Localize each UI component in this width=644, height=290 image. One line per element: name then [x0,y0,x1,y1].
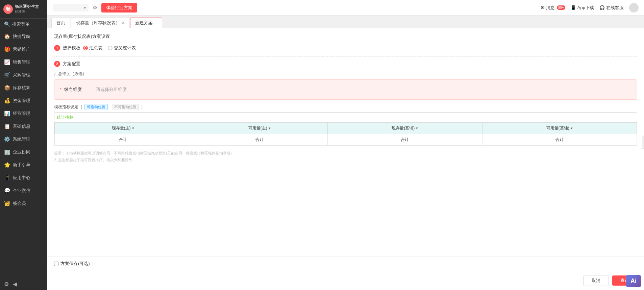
message-icon: ✉ [541,5,545,10]
sidebar-item-enterprise[interactable]: 🏢 企业协同 [0,146,47,159]
tab-inventory-status[interactable]: 现存量（库存状况表） × [71,18,129,28]
ops-icon: 📊 [4,111,10,117]
stats-label: 统计指标 [54,113,637,122]
topbar-right: ✉ 消息 99+ 📱 App下载 🎧 在线客服 [541,3,639,13]
resize-handle[interactable] [642,136,644,149]
sidebar-item-finance[interactable]: 💰 资金管理 [0,94,47,107]
sidebar-item-label: 采购管理 [13,72,30,78]
collapse-icon[interactable]: ◀ [13,281,17,287]
radio-cross[interactable]: 交叉统计表 [108,45,136,51]
home-icon: 🏠 [4,33,10,40]
enterprise-icon: 🏢 [4,149,10,155]
tip-text-0: 1.拖动标题栏可以调整布局，不可跨维度或指标区域拖动栏目(只能在同一维度或指标区… [66,151,232,155]
sidebar-item-member[interactable]: 👑 畅会员 [0,197,47,210]
col-header-0[interactable]: 现存量(主) ▾ [55,123,191,134]
sidebar-item-purchase[interactable]: 🛒 采购管理 [0,69,47,81]
tab-inventory-close[interactable]: × [122,21,124,25]
cancel-button[interactable]: 取消 [583,275,609,286]
messages-badge: 99+ [557,5,565,10]
money-icon: 💰 [4,98,10,104]
radio-summary-circle [83,46,88,50]
topbar-search-input[interactable] [55,5,82,10]
non-draggable-badge: 不可拖动位置 [112,104,139,110]
tip-text-1: 2. 点击标题栏下拉可设置排序、插入列和删除列 [54,158,132,162]
sidebar-bottom: ⚙ ◀ [0,278,47,290]
search-label: 搜索菜单 [12,21,30,27]
dimension-area[interactable]: * 纵向维度 —— 请选择分组维度 [54,79,637,100]
col-header-2-label: 现存量(基辅) [392,125,415,131]
sidebar-item-quick-nav[interactable]: 🏠 快捷导航 [0,30,47,43]
logo-icon: 畅 [3,4,13,14]
radio-summary[interactable]: 汇总表 [83,45,102,51]
col-header-2[interactable]: 现存量(基辅) ▾ [328,123,482,134]
indicator-config-suffix: ） [141,104,145,110]
app-logo: 畅 畅康通好生意 标准版 [0,0,47,19]
box-icon: 📦 [4,85,10,91]
sidebar-item-label: 企业协同 [13,149,30,155]
col-header-1[interactable]: 可用量(主) ▾ [191,123,328,134]
sidebar-item-inventory[interactable]: 📦 库存核算 [0,81,47,94]
logo-text: 畅康通好生意 标准版 [15,4,39,14]
indicator-config-prefix: 模板指标设定（ [54,104,82,110]
app-download-button[interactable]: 📱 App下载 [571,5,594,11]
tip-0: 提示： 1.拖动标题栏可以调整布局，不可跨维度或指标区域拖动栏目(只能在同一维度… [54,150,637,157]
dimension-placeholder: 请选择分组维度 [96,87,127,93]
chevron-down-icon-3: ▾ [571,126,573,130]
dimension-dash: —— [84,87,93,92]
chevron-down-icon-2: ▾ [416,126,418,130]
sidebar-item-newbie[interactable]: 🌟 新手引导 [0,159,47,171]
messages-button[interactable]: ✉ 消息 99+ [541,5,565,11]
radio-cross-label: 交叉统计表 [114,45,136,51]
sidebar-item-operations[interactable]: 📊 经营管理 [0,107,47,120]
settings-button[interactable]: ⚙ [91,3,99,12]
sidebar-item-basic-info[interactable]: 📋 基础信息 [0,120,47,133]
template-options: 汇总表 交叉统计表 [83,45,136,51]
chevron-down-icon-0: ▾ [132,126,134,130]
draggable-badge: 可拖动位置 [84,104,108,110]
tips-area: 提示： 1.拖动标题栏可以调整布局，不可跨维度或指标区域拖动栏目(只能在同一维度… [54,150,637,164]
tip-1: 2. 点击标题栏下拉可设置排序、插入列和删除列 [54,157,637,164]
sidebar-item-system[interactable]: ⚙️ 系统管理 [0,133,47,146]
col-header-3-label: 可用量(基辅) [546,125,569,131]
dimension-required-mark: * [60,87,61,92]
online-service-button[interactable]: 🎧 在线客服 [599,5,624,11]
stats-table: 现存量(主) ▾ 可用量(主) ▾ [54,122,637,146]
tab-home-label: 首页 [56,20,65,26]
sidebar-item-label: 企业微信 [13,188,30,194]
trial-industry-button[interactable]: 体验行业方案 [101,3,137,13]
topbar-search-wrap[interactable]: ▾ [53,4,89,11]
sidebar-item-label: 系统管理 [13,136,30,142]
save-checkbox[interactable] [54,262,58,266]
col-header-3[interactable]: 可用量(基辅) ▾ [482,123,637,134]
page-content: 现存量(库存状况表)方案设置 1 选择模板 汇总表 交叉统计表 [47,28,644,256]
sidebar: 畅 畅康通好生意 标准版 🔍 搜索菜单 🏠 快捷导航 🎁 营销推广 📈 销售管理… [0,0,47,290]
user-avatar[interactable] [629,3,639,13]
radio-summary-dot [84,47,87,49]
sidebar-item-label: 库存核算 [13,85,30,91]
section2-header: 2 方案配置 [54,61,637,67]
tab-new-close[interactable]: × [155,21,157,25]
list-icon: 📋 [4,123,10,129]
sidebar-item-marketing[interactable]: 🎁 营销推广 [0,43,47,56]
save-section: 方案保存(可选) [47,256,644,271]
stats-table-wrap: 统计指标 现存量(主) ▾ [54,112,637,146]
col-header-1-label: 可用量(主) [248,125,267,131]
tab-new-label: 新建方案 [135,20,153,26]
sidebar-item-label: 基础信息 [13,123,30,129]
sidebar-item-label: 销售管理 [13,59,30,65]
chat-icon: 💬 [4,188,10,194]
search-icon: 🔍 [4,21,10,27]
tab-home[interactable]: 首页 [51,18,70,28]
sidebar-search[interactable]: 🔍 搜索菜单 [0,19,47,30]
sidebar-item-wechat[interactable]: 💬 企业微信 [0,184,47,197]
sidebar-scroll: 🔍 搜索菜单 🏠 快捷导航 🎁 营销推广 📈 销售管理 🛒 采购管理 📦 库存核… [0,19,47,278]
ai-badge[interactable]: Ai [626,275,641,287]
settings-icon[interactable]: ⚙ [4,281,9,287]
footer-btns: 取消 查询 [47,271,644,290]
dimension-name: 纵向维度 [64,87,82,93]
tab-new-plan[interactable]: 新建方案 × [130,18,162,28]
topbar: ▾ ⚙ 体验行业方案 ✉ 消息 99+ 📱 App下载 🎧 在线客服 [47,0,644,16]
sidebar-item-app-center[interactable]: 📱 应用中心 [0,171,47,184]
section-template: 1 选择模板 汇总表 交叉统计表 [54,45,637,51]
sidebar-item-sales[interactable]: 📈 销售管理 [0,56,47,69]
